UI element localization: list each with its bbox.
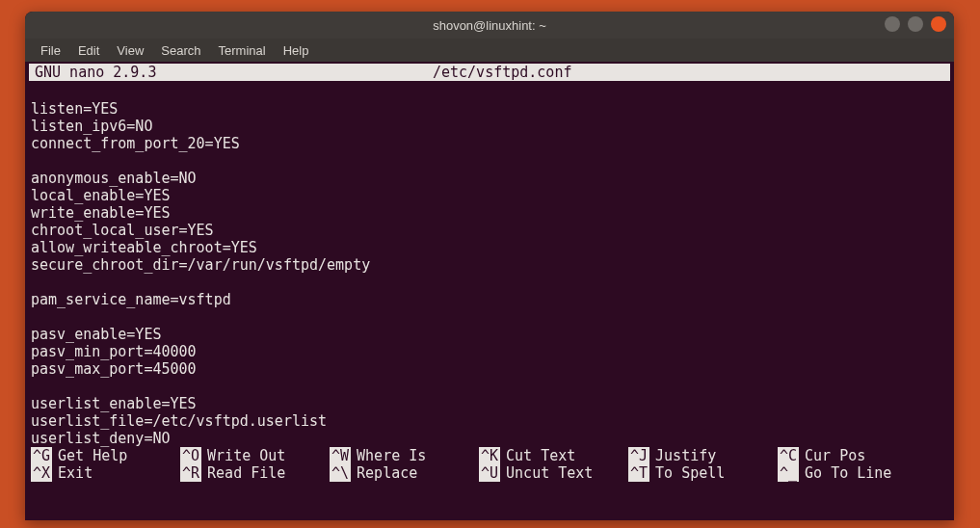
shortcut-key: ^\ <box>330 464 351 482</box>
window-title: shovon@linuxhint: ~ <box>433 18 546 33</box>
menu-view[interactable]: View <box>109 41 151 60</box>
terminal-area[interactable]: GNU nano 2.9.3 /etc/vsftpd.conf listen=Y… <box>25 62 954 520</box>
nano-shortcuts: ^GGet Help^OWrite Out^WWhere Is^KCut Tex… <box>25 447 954 486</box>
shortcut-key: ^R <box>180 464 201 482</box>
shortcut-key: ^W <box>330 447 351 464</box>
shortcut: ^_Go To Line <box>778 464 927 482</box>
shortcut-label: Replace <box>351 464 417 482</box>
nano-filename: /etc/vsftpd.conf <box>60 64 944 81</box>
nano-content[interactable]: listen=YES listen_ipv6=NO connect_from_p… <box>25 81 954 447</box>
shortcut: ^XExit <box>31 464 180 482</box>
shortcut: ^OWrite Out <box>180 447 330 464</box>
shortcut-label: Go To Line <box>799 464 891 482</box>
shortcut-key: ^X <box>31 464 52 482</box>
menu-terminal[interactable]: Terminal <box>211 41 274 60</box>
shortcut-label: Where Is <box>351 447 426 464</box>
shortcut-key: ^O <box>180 447 201 464</box>
shortcut-key: ^J <box>628 447 649 464</box>
shortcut-key: ^T <box>628 464 649 482</box>
shortcut-label: Get Help <box>52 447 127 464</box>
close-button[interactable] <box>931 16 946 32</box>
shortcut-key: ^G <box>31 447 52 464</box>
shortcut: ^CCur Pos <box>778 447 927 464</box>
shortcut-key: ^C <box>778 447 799 464</box>
shortcut: ^WWhere Is <box>330 447 479 464</box>
nano-header: GNU nano 2.9.3 /etc/vsftpd.conf <box>29 64 950 81</box>
shortcut-label: Cut Text <box>500 447 575 464</box>
shortcut-key: ^U <box>479 464 500 482</box>
menubar: File Edit View Search Terminal Help <box>25 39 954 62</box>
shortcut-label: Justify <box>649 447 716 464</box>
shortcut: ^\Replace <box>330 464 479 482</box>
shortcut: ^UUncut Text <box>479 464 628 482</box>
window-controls <box>885 16 946 32</box>
shortcut-label: Uncut Text <box>500 464 593 482</box>
shortcut: ^RRead File <box>180 464 330 482</box>
shortcut-key: ^K <box>479 447 500 464</box>
window-titlebar: shovon@linuxhint: ~ <box>25 12 954 39</box>
shortcut-label: Write Out <box>201 447 285 464</box>
shortcut: ^KCut Text <box>479 447 628 464</box>
shortcut: ^JJustify <box>628 447 778 464</box>
shortcut-label: To Spell <box>649 464 725 482</box>
terminal-window: shovon@linuxhint: ~ File Edit View Searc… <box>25 12 954 520</box>
shortcut-label: Cur Pos <box>799 447 865 464</box>
shortcut: ^GGet Help <box>31 447 180 464</box>
menu-help[interactable]: Help <box>276 41 317 60</box>
menu-file[interactable]: File <box>33 41 68 60</box>
shortcut-label: Exit <box>52 464 93 482</box>
menu-edit[interactable]: Edit <box>70 41 107 60</box>
menu-search[interactable]: Search <box>153 41 208 60</box>
shortcut-label: Read File <box>201 464 285 482</box>
maximize-button[interactable] <box>908 16 923 32</box>
shortcut: ^TTo Spell <box>628 464 778 482</box>
shortcut-key: ^_ <box>778 464 799 482</box>
minimize-button[interactable] <box>885 16 900 32</box>
